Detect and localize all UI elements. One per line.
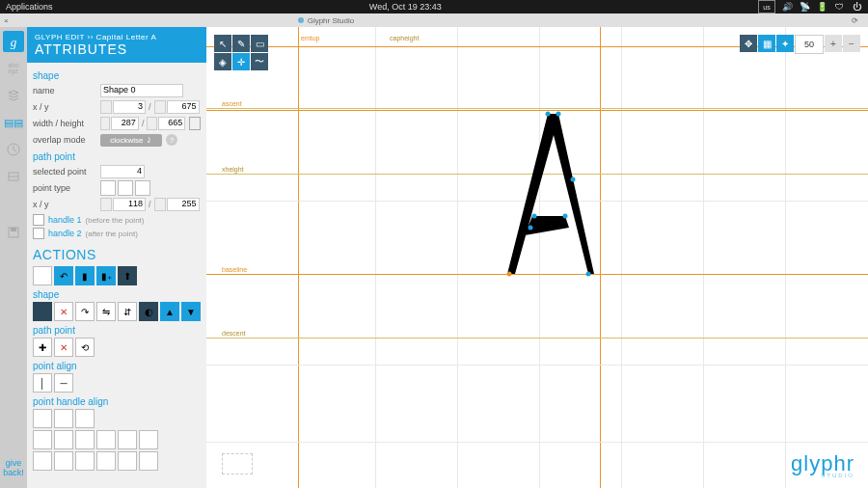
tool-pan-icon[interactable]: ✥ xyxy=(740,35,757,52)
path-handle[interactable] xyxy=(563,214,568,219)
shape-delete-icon[interactable]: ✕ xyxy=(54,302,73,321)
lock-w-icon[interactable] xyxy=(100,117,110,130)
path-handle-selected[interactable] xyxy=(507,272,512,277)
tool-grid-icon[interactable]: ▦ xyxy=(758,35,775,52)
path-handle[interactable] xyxy=(546,112,551,117)
battery-icon[interactable]: 🔋 xyxy=(816,1,827,13)
network-icon[interactable]: 📡 xyxy=(799,1,810,13)
rail-guides-icon[interactable] xyxy=(3,166,24,187)
volume-icon[interactable]: 🔊 xyxy=(781,1,793,13)
power-icon[interactable]: ⏻ xyxy=(851,1,862,13)
path-handle[interactable] xyxy=(571,177,576,182)
browser-tab[interactable]: Glyphr Studio xyxy=(298,16,354,25)
pha-4-icon[interactable] xyxy=(33,430,52,449)
shape-reverse-icon[interactable]: ↷ xyxy=(75,302,95,321)
action-add-shape-icon[interactable]: ▮ xyxy=(75,266,95,285)
tool-path-icon[interactable]: 〜 xyxy=(251,53,268,70)
zoom-out-icon[interactable]: − xyxy=(843,35,860,52)
path-handle[interactable] xyxy=(586,272,591,277)
pha-9-icon[interactable] xyxy=(139,430,158,449)
align-h-icon[interactable]: ─ xyxy=(54,373,73,393)
refresh-icon[interactable]: ⟳ xyxy=(852,16,858,25)
lock-x-icon[interactable] xyxy=(100,100,112,114)
ptype-symmetric-icon[interactable] xyxy=(135,180,150,196)
svg-rect-5 xyxy=(11,228,16,231)
ptype-corner-icon[interactable] xyxy=(100,180,116,196)
shape-rotate-icon[interactable]: ◐ xyxy=(139,302,158,321)
rail-abc-icon[interactable]: abcxyz xyxy=(3,58,24,79)
section-shape: shape xyxy=(33,70,201,81)
rail-save-icon[interactable] xyxy=(3,222,24,243)
action-add-component-icon[interactable]: ▮₊ xyxy=(96,266,116,285)
y-input[interactable]: 675 xyxy=(167,100,200,114)
path-handle[interactable] xyxy=(529,226,533,230)
tool-snap-icon[interactable]: ✦ xyxy=(776,35,794,52)
rail-checklist-icon[interactable]: ▤▤ xyxy=(3,112,24,133)
pha-8-icon[interactable] xyxy=(118,430,137,449)
align-v-icon[interactable]: │ xyxy=(33,373,52,393)
pp-delete-icon[interactable]: ✕ xyxy=(54,338,73,357)
pha-2-icon[interactable] xyxy=(54,409,73,428)
apps-menu[interactable]: Applications xyxy=(6,2,53,12)
x-input[interactable]: 3 xyxy=(113,100,146,114)
pp-reset-icon[interactable]: ⟲ xyxy=(75,338,95,357)
glyph-canvas[interactable]: emtop capheight ascent xheight baseline … xyxy=(206,27,868,488)
path-handle[interactable] xyxy=(556,112,561,117)
shape-copy-icon[interactable] xyxy=(33,302,52,321)
tool-pen-icon[interactable]: ✎ xyxy=(232,35,250,52)
action-undo-icon[interactable]: ↶ xyxy=(54,266,73,285)
glyph-path[interactable] xyxy=(503,112,594,278)
h2-checkbox[interactable] xyxy=(33,228,44,239)
rail-glyph-icon[interactable]: g xyxy=(3,31,24,52)
action-export-icon[interactable]: ⬆ xyxy=(118,266,137,285)
pha-15-icon[interactable] xyxy=(139,451,158,471)
link-wh-toggle[interactable] xyxy=(189,117,201,130)
pha-7-icon[interactable] xyxy=(96,430,116,449)
rail-clock-icon[interactable] xyxy=(3,139,24,160)
zoom-in-icon[interactable]: + xyxy=(825,35,842,52)
action-paste-icon[interactable] xyxy=(33,266,52,285)
keyboard-layout-icon[interactable]: us xyxy=(758,0,775,14)
pha-13-icon[interactable] xyxy=(96,451,116,471)
svg-text:g: g xyxy=(11,35,17,49)
close-tab-icon[interactable]: × xyxy=(4,16,9,25)
name-input[interactable]: Shape 0 xyxy=(100,84,183,97)
breadcrumb[interactable]: GLYPH EDIT ›› Capital Letter A xyxy=(35,33,199,41)
tool-rect-icon[interactable]: ▭ xyxy=(251,35,268,52)
h-input[interactable]: 665 xyxy=(158,117,186,130)
pp-add-icon[interactable]: ✚ xyxy=(33,338,52,357)
rail-layers-icon[interactable] xyxy=(3,85,24,106)
shape-layer-up-icon[interactable]: ▲ xyxy=(160,302,179,321)
tool-point-icon[interactable]: ✛ xyxy=(232,53,250,70)
pha-14-icon[interactable] xyxy=(118,451,137,471)
h1-checkbox[interactable] xyxy=(33,214,44,226)
pha-3-icon[interactable] xyxy=(75,409,95,428)
pha-5-icon[interactable] xyxy=(54,430,73,449)
help-icon[interactable]: ? xyxy=(166,134,177,146)
tool-arrow-icon[interactable]: ↖ xyxy=(214,35,231,52)
security-icon[interactable]: 🛡 xyxy=(833,1,845,13)
path-handle[interactable] xyxy=(532,214,537,219)
overlap-button[interactable]: clockwise ⤸ xyxy=(100,134,162,147)
pha-11-icon[interactable] xyxy=(54,451,73,471)
w-input[interactable]: 287 xyxy=(111,117,139,130)
px-input[interactable]: 118 xyxy=(113,198,146,211)
lock-py-icon[interactable] xyxy=(154,198,166,211)
lock-h-icon[interactable] xyxy=(147,117,156,130)
tool-node-icon[interactable]: ◈ xyxy=(214,53,231,70)
shape-fliph-icon[interactable]: ⇋ xyxy=(96,302,116,321)
pha-1-icon[interactable] xyxy=(33,409,52,428)
ptype-flat-icon[interactable] xyxy=(118,180,133,196)
shape-layer-down-icon[interactable]: ▼ xyxy=(181,302,201,321)
pha-10-icon[interactable] xyxy=(33,451,52,471)
give-back-link[interactable]: give back! xyxy=(3,459,24,478)
label-descent: descent xyxy=(222,330,246,337)
pha-12-icon[interactable] xyxy=(75,451,95,471)
lock-px-icon[interactable] xyxy=(100,198,112,211)
lock-y-icon[interactable] xyxy=(154,100,166,114)
selpoint-input[interactable]: 4 xyxy=(100,165,145,178)
shape-flipv-icon[interactable]: ⇵ xyxy=(118,302,137,321)
py-input[interactable]: 255 xyxy=(167,198,200,211)
zoom-input[interactable]: 50 xyxy=(795,35,824,54)
pha-6-icon[interactable] xyxy=(75,430,95,449)
